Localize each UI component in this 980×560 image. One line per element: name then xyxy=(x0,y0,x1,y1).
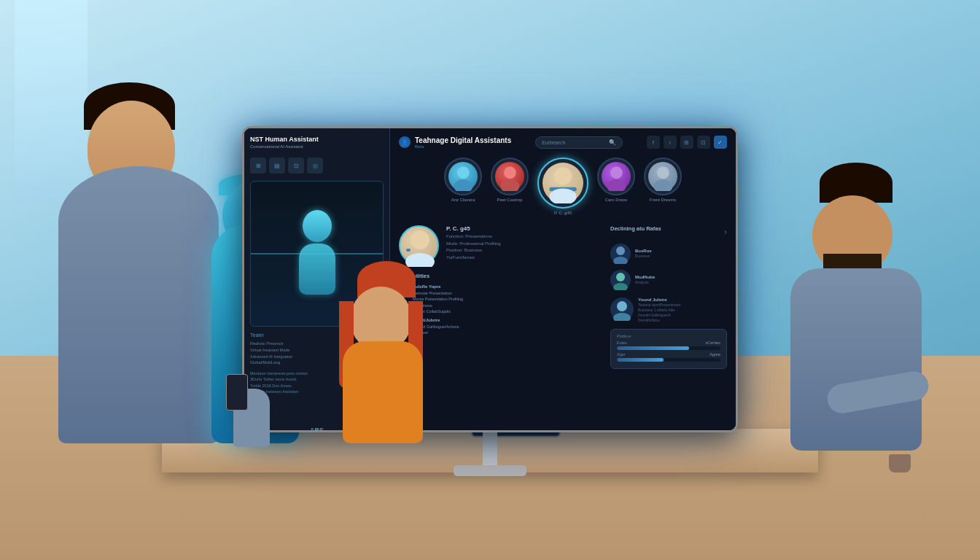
status-bar-fill-0 xyxy=(617,346,689,350)
person-desk-left xyxy=(233,389,270,447)
screen-content: NST Human Assistant Conversational AI As… xyxy=(244,128,736,430)
profile-section: P. C. g45 Function: Presentations Mode: … xyxy=(399,225,602,265)
status-label-1: Ager xyxy=(617,352,626,357)
svg-point-2 xyxy=(504,166,516,179)
avatar-img-2 xyxy=(542,163,583,203)
right-avatar-detail: Yound Julstre Teahnid dum/Presentment Bu… xyxy=(610,298,727,323)
status-label-0: Estes xyxy=(617,341,627,345)
right-avatar-item-0[interactable]: BusRus Business xyxy=(610,244,727,264)
status-bar-bg-0 xyxy=(617,346,720,350)
right-avatar-list: BusRus Business xyxy=(610,244,727,290)
right-chevron-icon[interactable]: › xyxy=(724,227,727,237)
right-avatar-desc-1: Analysis xyxy=(635,280,727,285)
icon-btn-3[interactable]: ⊡ xyxy=(288,158,304,174)
svg-point-10 xyxy=(653,179,672,192)
icon-btn-2[interactable]: ▤ xyxy=(269,158,285,174)
header-left: 👤 Teahnage Digital Assistants Beta xyxy=(399,136,511,149)
right-avatar-name-0: BusRus xyxy=(635,249,727,253)
search-icon: 🔍 xyxy=(609,139,616,146)
avatar-circle-4[interactable] xyxy=(644,158,682,195)
profile-details: Function: Presentations Mode: Profession… xyxy=(446,233,602,261)
avatar-card-0[interactable]: Ariz Clavera xyxy=(444,158,482,215)
svg-point-1 xyxy=(454,179,472,192)
left-panel-title: NST Human Assistant xyxy=(250,136,384,143)
status-row-1: Ager Agree xyxy=(617,352,720,357)
monitor-base xyxy=(454,465,526,476)
right-avatar-name-1: MudNube xyxy=(635,275,727,279)
svg-point-25 xyxy=(617,301,627,311)
right-avatar-desc-0: Business xyxy=(635,254,727,259)
avatar-name-4: Frent Dresms xyxy=(650,198,676,202)
person-r-body xyxy=(790,268,922,451)
avatar-circle-1[interactable] xyxy=(491,158,529,195)
search-bar[interactable]: Eurbearch 🔍 xyxy=(535,136,623,149)
avatar-circle-3[interactable] xyxy=(597,158,635,195)
svg-point-19 xyxy=(616,246,625,255)
person-r-head xyxy=(812,195,892,276)
profile-name: P. C. g45 xyxy=(446,225,602,232)
svg-point-7 xyxy=(610,166,623,179)
avatar-circle-2[interactable] xyxy=(537,158,588,209)
avatar-img-4 xyxy=(648,162,678,192)
action-btn-box[interactable]: ⊡ xyxy=(697,136,710,149)
svg-point-0 xyxy=(457,166,470,179)
svg-point-11 xyxy=(411,230,429,249)
phone-device xyxy=(226,374,248,411)
avatar-card-1[interactable]: Peet Castrop xyxy=(491,158,529,215)
status-card: Porttour Estes sCerttes Ager Agree xyxy=(610,329,727,369)
avatar-img-0 xyxy=(448,162,478,192)
svg-point-8 xyxy=(607,179,626,192)
scan-line xyxy=(251,253,383,254)
avatar-card-4[interactable]: Frent Dresms xyxy=(644,158,682,215)
person-cl-body xyxy=(343,341,423,443)
monitor: NST Human Assistant Conversational AI As… xyxy=(242,126,738,432)
right-detail-avatar xyxy=(610,298,634,321)
action-btn-grid[interactable]: ⊞ xyxy=(680,136,693,149)
main-panel: 👤 Teahnage Digital Assistants Beta Eurbe… xyxy=(390,128,736,430)
profile-info: P. C. g45 Function: Presentations Mode: … xyxy=(446,225,602,265)
person-right xyxy=(812,163,944,465)
header-user-icon: 👤 xyxy=(399,136,411,148)
avatar-grid: Ariz Clavera Peet Castrop xyxy=(399,158,727,215)
svg-point-3 xyxy=(500,179,519,192)
avatar-circle-0[interactable] xyxy=(444,158,482,195)
action-btn-i[interactable]: i xyxy=(664,136,677,149)
content-area: P. C. g45 Function: Presentations Mode: … xyxy=(399,225,727,369)
search-input-text: Eurbearch xyxy=(542,140,606,145)
header-title: Teahnage Digital Assistants xyxy=(415,136,511,144)
action-btn-check[interactable]: ✓ xyxy=(714,136,727,149)
svg-point-4 xyxy=(554,167,572,184)
status-bar-bg-1 xyxy=(617,358,720,362)
icon-btn-4[interactable]: ◎ xyxy=(307,158,323,174)
right-avatar-item-1[interactable]: MudNube Analysis xyxy=(610,270,727,290)
left-panel-icons: ⊞ ▤ ⊡ ◎ xyxy=(250,158,384,174)
svg-point-9 xyxy=(657,166,669,179)
status-value-0: sCerttes xyxy=(706,341,720,345)
content-right: Declining atu Rafas › xyxy=(610,225,727,369)
action-btn-f[interactable]: f xyxy=(647,136,660,149)
status-row-0: Estes sCerttes xyxy=(617,341,720,345)
avatar-img-1 xyxy=(495,162,525,192)
avatar-card-3[interactable]: Caro Dreos xyxy=(597,158,635,215)
left-panel-subtitle: Conversational AI Assistant xyxy=(250,144,384,149)
avatar-name-2: P. C. g45 xyxy=(554,211,572,215)
right-avatar-info-1: MudNube Analysis xyxy=(635,275,727,285)
avatar-card-2[interactable]: P. C. g45 xyxy=(537,158,588,215)
avatar-prev-body xyxy=(299,244,335,295)
right-section-title: Declining atu Rafas xyxy=(610,225,661,232)
avatar-img-3 xyxy=(602,162,631,192)
right-avatar-info-0: BusRus Business xyxy=(635,249,727,259)
right-detail-name: Yound Julstre xyxy=(638,298,680,302)
avatar-name-1: Peet Castrop xyxy=(497,198,522,202)
header-subtitle: Beta xyxy=(415,144,511,149)
svg-rect-12 xyxy=(406,249,411,252)
profile-avatar-large xyxy=(399,225,439,265)
icon-btn-1[interactable]: ⊞ xyxy=(250,158,266,174)
header-title-group: Teahnage Digital Assistants Beta xyxy=(415,136,511,149)
avatar-name-0: Ariz Clavera xyxy=(451,198,475,202)
avatar-name-3: Caro Dreos xyxy=(605,198,628,202)
right-detail-desc: Teahnid dum/Presentment Business 1 other… xyxy=(638,303,680,323)
status-card-label: Porttour xyxy=(617,334,720,338)
header-actions: f i ⊞ ⊡ ✓ xyxy=(647,136,727,149)
avatar-prev-head xyxy=(303,210,332,242)
